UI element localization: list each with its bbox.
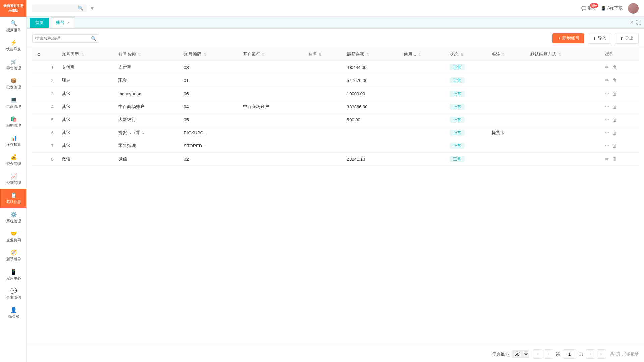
- topbar-search-box[interactable]: 🔍: [32, 4, 87, 12]
- row-default-settlement: [528, 139, 602, 153]
- th-name[interactable]: 账号名称 ⇅: [116, 48, 181, 61]
- sidebar-item-inventory[interactable]: 📊库存核算: [0, 131, 26, 150]
- row-gear: [32, 153, 46, 166]
- row-type: 其它: [59, 87, 116, 100]
- sidebar-item-purchase[interactable]: 🛍️采购管理: [0, 112, 26, 131]
- sidebar-item-ecommerce[interactable]: 💻电商管理: [0, 93, 26, 112]
- sidebar-item-enterprise-wechat[interactable]: 💬企业微信: [0, 284, 26, 303]
- retail-icon: 🛒: [10, 58, 17, 65]
- table-row: 1 支付宝 支付宝 03 -90444.00 正常 ✏ 🗑: [32, 61, 639, 74]
- topbar-search-input[interactable]: [36, 6, 76, 11]
- sidebar-item-finance[interactable]: 💰资金管理: [0, 150, 26, 170]
- sidebar-item-enterprise-agreement[interactable]: 🤝企业协同: [0, 227, 26, 246]
- row-gear: [32, 139, 46, 153]
- th-remark[interactable]: 备注 ⇅: [489, 48, 528, 61]
- edit-icon[interactable]: ✏: [605, 90, 609, 97]
- delete-icon[interactable]: 🗑: [612, 77, 617, 83]
- enterprise-wechat-icon: 💬: [10, 288, 17, 294]
- first-page-button[interactable]: «: [533, 349, 542, 359]
- row-actions: ✏ 🗑: [602, 153, 639, 166]
- row-actions: ✏ 🗑: [602, 139, 639, 153]
- export-button[interactable]: ⬆ 导出: [615, 33, 639, 44]
- edit-icon[interactable]: ✏: [605, 64, 609, 70]
- th-gear[interactable]: ⚙: [32, 48, 46, 61]
- search-box[interactable]: 🔍: [32, 34, 99, 43]
- page-number-input[interactable]: [563, 349, 576, 359]
- tab-account[interactable]: 账号 ×: [51, 17, 75, 28]
- add-account-button[interactable]: + 新增账号: [552, 33, 584, 43]
- sidebar-item-wholesale[interactable]: 📦批发管理: [0, 74, 26, 93]
- sidebar-item-label: 搜索菜单: [6, 27, 21, 33]
- sidebar-item-basic-info[interactable]: 📋基础信息: [0, 189, 26, 208]
- topbar: 🔍 ▾ 💬 消息 99+ 📱 App下载: [27, 0, 644, 17]
- sidebar-item-system[interactable]: ⚙️系统管理: [0, 208, 26, 227]
- row-gear: [32, 126, 46, 139]
- th-status[interactable]: 状态 ⇅: [447, 48, 489, 61]
- sidebar-item-retail[interactable]: 🛒零售管理: [0, 55, 26, 74]
- sidebar-item-new-guide[interactable]: 🧭新手引导: [0, 246, 26, 265]
- row-default-settlement: [528, 87, 602, 100]
- tab-close-all-button[interactable]: ✕: [630, 19, 634, 26]
- import-button[interactable]: ⬇ 导入: [588, 33, 611, 44]
- row-bank: [240, 74, 306, 87]
- edit-icon[interactable]: ✏: [605, 104, 609, 110]
- edit-icon[interactable]: ✏: [605, 143, 609, 149]
- delete-icon[interactable]: 🗑: [612, 156, 617, 162]
- table-row: 6 其它 提货卡（零... PICKUPC... 正常 提货卡 ✏ 🗑: [32, 126, 639, 139]
- sidebar-item-quick-nav[interactable]: ⚡快捷导航: [0, 36, 26, 55]
- edit-icon[interactable]: ✏: [605, 156, 609, 162]
- delete-icon[interactable]: 🗑: [612, 64, 617, 70]
- row-actions: ✏ 🗑: [602, 74, 639, 87]
- row-gear: [32, 87, 46, 100]
- search-input[interactable]: [35, 36, 89, 41]
- th-balance[interactable]: 最新余额 ⇅: [344, 48, 401, 61]
- app-download-button[interactable]: 📱 App下载: [601, 5, 623, 11]
- per-page-dropdown[interactable]: 50 100 200: [512, 350, 529, 358]
- row-default-settlement: [528, 126, 602, 139]
- th-action: 操作: [602, 48, 639, 61]
- last-page-button[interactable]: »: [597, 349, 606, 359]
- row-gear: [32, 100, 46, 113]
- delete-icon[interactable]: 🗑: [612, 143, 617, 149]
- row-remark: 提货卡: [489, 126, 528, 139]
- sidebar-item-member[interactable]: 👤畅会员: [0, 303, 26, 322]
- row-gear: [32, 113, 46, 126]
- row-default-settlement: [528, 61, 602, 74]
- row-type: 其它: [59, 100, 116, 113]
- th-account[interactable]: 账号 ⇅: [306, 48, 344, 61]
- dropdown-icon[interactable]: ▾: [91, 5, 94, 12]
- avatar[interactable]: [628, 3, 639, 14]
- row-bank: [240, 153, 306, 166]
- row-actions: ✏ 🗑: [602, 100, 639, 113]
- row-index: 5: [46, 113, 59, 126]
- sidebar-item-label: 应用中心: [6, 276, 21, 281]
- row-name: moneybosx: [116, 87, 181, 100]
- edit-icon[interactable]: ✏: [605, 77, 609, 83]
- delete-icon[interactable]: 🗑: [612, 104, 617, 110]
- edit-icon[interactable]: ✏: [605, 130, 609, 136]
- table-container: ⚙ 账号类型 ⇅ 账号名称 ⇅ 账号编码 ⇅ 开户银行 ⇅ 账号 ⇅ 最新余额 …: [27, 48, 644, 346]
- tab-home[interactable]: 首页: [30, 18, 49, 28]
- tab-close-icon[interactable]: ×: [67, 21, 70, 25]
- table-row: 7 其它 零售抵现 STORED... 正常 ✏ 🗑: [32, 139, 639, 153]
- sidebar-item-operation[interactable]: 📈经营管理: [0, 170, 26, 189]
- th-type[interactable]: 账号类型 ⇅: [59, 48, 116, 61]
- prev-page-button[interactable]: ‹: [544, 349, 553, 359]
- sidebar-item-search-menu[interactable]: 🔍搜索菜单: [0, 17, 26, 36]
- row-balance: 547670.00: [344, 74, 401, 87]
- th-use[interactable]: 使用... ⇅: [401, 48, 447, 61]
- delete-icon[interactable]: 🗑: [612, 117, 617, 123]
- row-code: 03: [181, 61, 240, 74]
- edit-icon[interactable]: ✏: [605, 117, 609, 123]
- tab-maximize-button[interactable]: ⛶: [636, 19, 641, 26]
- delete-icon[interactable]: 🗑: [612, 90, 617, 97]
- ecommerce-icon: 💻: [10, 97, 17, 103]
- sidebar-item-app-center[interactable]: 📱应用中心: [0, 265, 26, 284]
- th-code[interactable]: 账号编码 ⇅: [181, 48, 240, 61]
- th-default-settlement[interactable]: 默认结算方式 ⇅: [528, 48, 602, 61]
- th-bank[interactable]: 开户银行 ⇅: [240, 48, 306, 61]
- next-page-button[interactable]: ›: [586, 349, 595, 359]
- row-bank: [240, 61, 306, 74]
- message-button[interactable]: 💬 消息 99+: [581, 5, 596, 11]
- delete-icon[interactable]: 🗑: [612, 130, 617, 136]
